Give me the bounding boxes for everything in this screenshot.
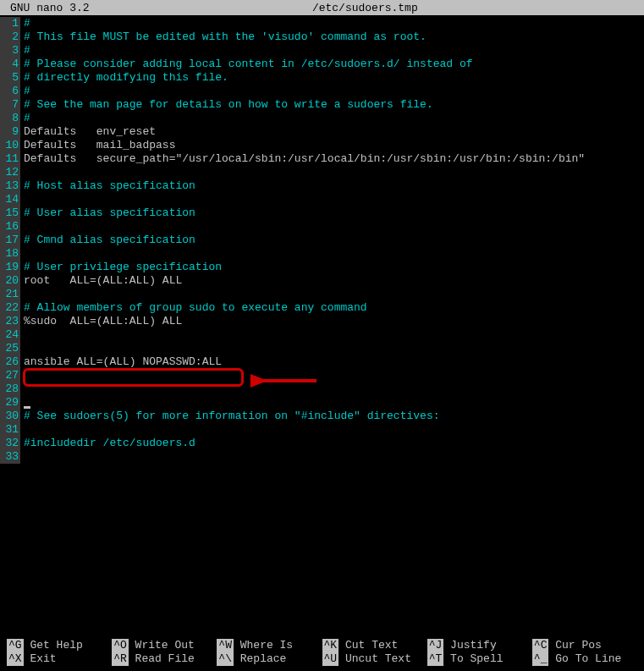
line-number: 24 xyxy=(0,328,20,342)
editor-line[interactable]: 6# xyxy=(0,85,644,98)
line-number: 5 xyxy=(0,71,20,85)
editor-line[interactable]: 12 xyxy=(0,166,644,179)
line-content: # xyxy=(20,17,30,30)
line-number: 1 xyxy=(0,17,20,30)
editor-line[interactable]: 8# xyxy=(0,112,644,125)
line-number: 9 xyxy=(0,125,20,139)
line-number: 13 xyxy=(0,179,20,193)
line-content: root ALL=(ALL:ALL) ALL xyxy=(20,274,182,288)
editor-line[interactable]: 22# Allow members of group sudo to execu… xyxy=(0,301,644,315)
shortcut-item[interactable]: ^\ Replace xyxy=(217,652,322,666)
editor-line[interactable]: 24 xyxy=(0,328,644,342)
editor-line[interactable]: 1# xyxy=(0,17,644,30)
line-content: # See sudoers(5) for more information on… xyxy=(20,410,439,423)
shortcut-item[interactable]: ^C Cur Pos xyxy=(532,639,637,652)
shortcut-bar: ^G Get Help^O Write Out^W Where Is^K Cut… xyxy=(0,637,644,671)
line-number: 29 xyxy=(0,396,20,410)
line-content: ansible ALL=(ALL) NOPASSWD:ALL xyxy=(20,355,222,369)
editor-line[interactable]: 30# See sudoers(5) for more information … xyxy=(0,410,644,423)
editor-line[interactable]: 28 xyxy=(0,382,644,396)
line-number: 2 xyxy=(0,30,20,44)
editor-line[interactable]: 29 xyxy=(0,396,644,410)
editor-line[interactable]: 15# User alias specification xyxy=(0,206,644,220)
editor-line[interactable]: 19# User privilege specification xyxy=(0,261,644,274)
shortcut-item[interactable]: ^J Justify xyxy=(427,639,532,652)
line-content: # User alias specification xyxy=(20,206,195,220)
shortcut-item[interactable]: ^R Read File xyxy=(112,652,217,666)
line-content: # xyxy=(20,112,30,125)
shortcut-key: ^W xyxy=(217,639,234,652)
shortcut-key: ^O xyxy=(112,639,129,652)
editor-line[interactable]: 16 xyxy=(0,220,644,234)
line-content: # This file MUST be edited with the 'vis… xyxy=(20,30,427,44)
shortcut-key: ^G xyxy=(7,639,24,652)
line-content xyxy=(20,247,24,261)
line-number: 33 xyxy=(0,450,20,464)
line-content xyxy=(20,450,24,464)
editor-line[interactable]: 5# directly modifying this file. xyxy=(0,71,644,85)
shortcut-key: ^X xyxy=(7,652,24,666)
editor-line[interactable]: 32#includedir /etc/sudoers.d xyxy=(0,437,644,450)
editor-line[interactable]: 18 xyxy=(0,247,644,261)
editor-line[interactable]: 10Defaults mail_badpass xyxy=(0,139,644,152)
line-content: # Cmnd alias specification xyxy=(20,234,195,247)
editor-line[interactable]: 2# This file MUST be edited with the 'vi… xyxy=(0,30,644,44)
shortcut-item[interactable]: ^T To Spell xyxy=(427,652,532,666)
shortcut-key: ^\ xyxy=(217,652,234,666)
editor-line[interactable]: 9Defaults env_reset xyxy=(0,125,644,139)
line-number: 25 xyxy=(0,342,20,355)
line-number: 31 xyxy=(0,423,20,437)
line-content xyxy=(20,342,24,355)
editor-line[interactable]: 26ansible ALL=(ALL) NOPASSWD:ALL xyxy=(0,355,644,369)
line-content: Defaults mail_badpass xyxy=(20,139,175,152)
shortcut-item[interactable]: ^O Write Out xyxy=(112,639,217,652)
line-number: 26 xyxy=(0,355,20,369)
line-number: 20 xyxy=(0,274,20,288)
line-number: 23 xyxy=(0,315,20,328)
app-name: GNU nano 3.2 xyxy=(3,2,90,14)
line-content: # See the man page for details on how to… xyxy=(20,98,433,112)
line-number: 4 xyxy=(0,58,20,71)
line-number: 16 xyxy=(0,220,20,234)
shortcut-key: ^_ xyxy=(532,652,549,666)
editor-line[interactable]: 4# Please consider adding local content … xyxy=(0,58,644,71)
editor-line[interactable]: 21 xyxy=(0,288,644,301)
shortcut-key: ^C xyxy=(532,639,549,652)
line-content: # xyxy=(20,44,30,58)
shortcut-item[interactable]: ^G Get Help xyxy=(7,639,112,652)
editor-line[interactable]: 20root ALL=(ALL:ALL) ALL xyxy=(0,274,644,288)
editor-line[interactable]: 14 xyxy=(0,193,644,206)
line-content xyxy=(20,369,24,382)
shortcut-item[interactable]: ^X Exit xyxy=(7,652,112,666)
shortcut-item[interactable]: ^K Cut Text xyxy=(322,639,427,652)
editor-line[interactable]: 23%sudo ALL=(ALL:ALL) ALL xyxy=(0,315,644,328)
line-number: 19 xyxy=(0,261,20,274)
shortcut-key: ^T xyxy=(427,652,444,666)
line-content: Defaults secure_path="/usr/local/sbin:/u… xyxy=(20,152,585,166)
line-content: Defaults env_reset xyxy=(20,125,156,139)
editor-line[interactable]: 13# Host alias specification xyxy=(0,179,644,193)
editor-line[interactable]: 27 xyxy=(0,369,644,382)
line-content: # Host alias specification xyxy=(20,179,195,193)
line-number: 17 xyxy=(0,234,20,247)
editor-line[interactable]: 7# See the man page for details on how t… xyxy=(0,98,644,112)
file-path: /etc/sudoers.tmp xyxy=(90,2,641,14)
editor-line[interactable]: 17# Cmnd alias specification xyxy=(0,234,644,247)
line-number: 28 xyxy=(0,382,20,396)
line-number: 14 xyxy=(0,193,20,206)
shortcut-item[interactable]: ^_ Go To Line xyxy=(532,652,637,666)
editor-line[interactable]: 11Defaults secure_path="/usr/local/sbin:… xyxy=(0,152,644,166)
line-content xyxy=(20,166,24,179)
line-content xyxy=(20,288,24,301)
shortcut-item[interactable]: ^W Where Is xyxy=(217,639,322,652)
line-number: 32 xyxy=(0,437,20,450)
line-content xyxy=(20,382,24,396)
editor-line[interactable]: 33 xyxy=(0,450,644,464)
editor-area[interactable]: 1#2# This file MUST be edited with the '… xyxy=(0,15,644,464)
line-content xyxy=(20,396,30,410)
editor-line[interactable]: 25 xyxy=(0,342,644,355)
line-content: # Allow members of group sudo to execute… xyxy=(20,301,367,315)
editor-line[interactable]: 31 xyxy=(0,423,644,437)
shortcut-item[interactable]: ^U Uncut Text xyxy=(322,652,427,666)
editor-line[interactable]: 3# xyxy=(0,44,644,58)
